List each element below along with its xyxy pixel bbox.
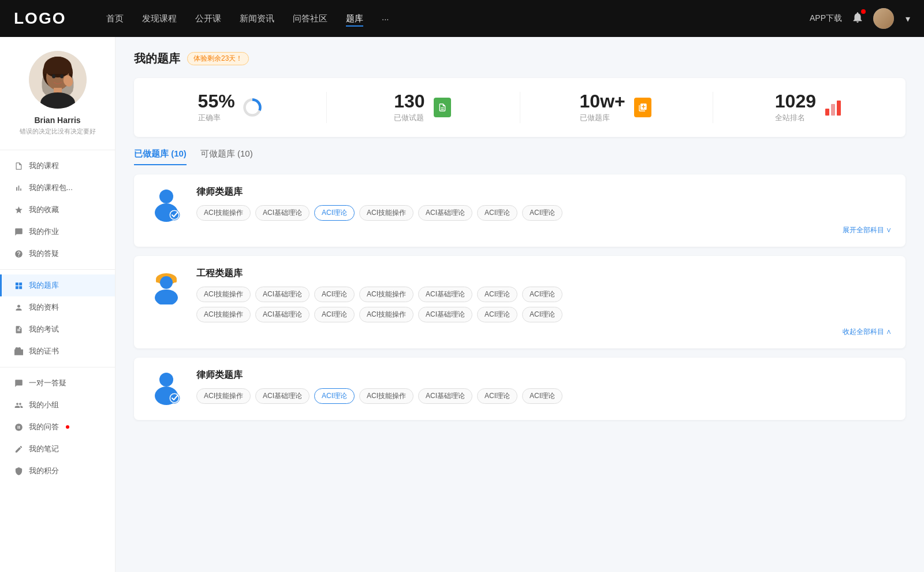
nav-link-courses[interactable]: 发现课程 bbox=[142, 11, 177, 27]
file-icon bbox=[14, 161, 23, 170]
bank-card-lawyer-1-title: 律师类题库 bbox=[196, 186, 892, 198]
tag-eng-9[interactable]: ACI理论 bbox=[314, 307, 355, 322]
tag-eng-13[interactable]: ACI理论 bbox=[522, 307, 562, 322]
stat-questions-label: 已做试题 bbox=[394, 113, 424, 123]
tag-lawyer1-5[interactable]: ACI理论 bbox=[477, 205, 517, 221]
tag-eng-4[interactable]: ACI基础理论 bbox=[418, 287, 472, 302]
lawyer-icon-2 bbox=[148, 369, 185, 406]
sidebar-label-homework: 我的作业 bbox=[29, 226, 59, 237]
sidebar-label-notes: 我的笔记 bbox=[29, 444, 59, 454]
trial-badge: 体验剩余23天！ bbox=[187, 52, 249, 65]
stat-accuracy-text: 55% 正确率 bbox=[198, 92, 235, 123]
page-header: 我的题库 体验剩余23天！ bbox=[134, 51, 906, 66]
tag-eng-12[interactable]: ACI理论 bbox=[477, 307, 517, 322]
sidebar-label-myqa: 我的问答 bbox=[29, 422, 59, 432]
sidebar-item-points[interactable]: 我的积分 bbox=[0, 460, 115, 482]
sidebar-divider-1 bbox=[0, 269, 115, 270]
avatar-image bbox=[873, 8, 894, 29]
tag-eng-3[interactable]: ACI技能操作 bbox=[359, 287, 413, 302]
tag-lawyer2-6[interactable]: ACI理论 bbox=[522, 388, 562, 404]
tag-eng-11[interactable]: ACI基础理论 bbox=[418, 307, 472, 322]
tag-eng-8[interactable]: ACI基础理论 bbox=[255, 307, 310, 322]
tag-lawyer1-6[interactable]: ACI理论 bbox=[522, 205, 562, 221]
green-doc-icon bbox=[432, 97, 453, 118]
qa-icon bbox=[14, 422, 23, 432]
tag-eng-10[interactable]: ACI技能操作 bbox=[359, 307, 413, 322]
page-layout: Brian Harris 错误的决定比没有决定要好 我的课程 我的课程包... bbox=[0, 37, 924, 572]
sidebar-item-homework[interactable]: 我的作业 bbox=[0, 221, 115, 243]
avatar-illustration bbox=[29, 51, 87, 109]
nav-bell-button[interactable] bbox=[851, 11, 864, 26]
nav-app-download[interactable]: APP下载 bbox=[810, 13, 842, 24]
svg-point-21 bbox=[155, 289, 178, 304]
tag-lawyer2-0[interactable]: ACI技能操作 bbox=[196, 388, 251, 404]
bank-card-engineer-body: 工程类题库 ACI技能操作 ACI基础理论 ACI理论 ACI技能操作 ACI基… bbox=[196, 268, 892, 337]
nav-link-open[interactable]: 公开课 bbox=[195, 11, 221, 27]
tag-eng-6[interactable]: ACI理论 bbox=[522, 287, 562, 302]
collapse-link-engineer[interactable]: 收起全部科目 ∧ bbox=[196, 327, 892, 337]
profile-motto: 错误的决定比没有决定要好 bbox=[20, 127, 96, 136]
bank-card-lawyer-2-title: 律师类题库 bbox=[196, 369, 892, 381]
sidebar-item-courses[interactable]: 我的课程 bbox=[0, 155, 115, 177]
sidebar-label-oneone: 一对一答疑 bbox=[29, 378, 66, 388]
nav-link-qa[interactable]: 问答社区 bbox=[293, 11, 327, 27]
svg-point-7 bbox=[60, 75, 64, 79]
nav-right: APP下载 ▾ bbox=[810, 8, 910, 29]
stat-rank: 1029 全站排名 bbox=[713, 92, 906, 123]
tag-lawyer2-5[interactable]: ACI理论 bbox=[477, 388, 517, 404]
tag-eng-5[interactable]: ACI理论 bbox=[477, 287, 517, 302]
tab-todo[interactable]: 可做题库 (10) bbox=[200, 148, 253, 165]
expand-link-lawyer-1[interactable]: 展开全部科目 ∨ bbox=[196, 225, 892, 235]
stat-rank-label: 全站排名 bbox=[775, 113, 816, 123]
tab-done[interactable]: 已做题库 (10) bbox=[134, 148, 187, 165]
tag-lawyer1-1[interactable]: ACI基础理论 bbox=[255, 205, 310, 221]
tag-lawyer1-2[interactable]: ACI理论 bbox=[314, 205, 355, 221]
tag-eng-1[interactable]: ACI基础理论 bbox=[255, 287, 310, 302]
sidebar-item-cert[interactable]: 我的证书 bbox=[0, 340, 115, 362]
stats-row: 55% 正确率 130 已做试题 bbox=[134, 78, 906, 137]
sidebar-item-exam[interactable]: 我的考试 bbox=[0, 318, 115, 340]
sidebar-label-course-pack: 我的课程包... bbox=[29, 183, 73, 193]
sidebar-item-myqa[interactable]: 我的问答 bbox=[0, 416, 115, 438]
tag-lawyer2-1[interactable]: ACI基础理论 bbox=[255, 388, 310, 404]
bank-card-lawyer-1-body: 律师类题库 ACI技能操作 ACI基础理论 ACI理论 ACI技能操作 ACI基… bbox=[196, 186, 892, 235]
sidebar-item-bank[interactable]: 我的题库 bbox=[0, 274, 115, 296]
sidebar-item-notes[interactable]: 我的笔记 bbox=[0, 438, 115, 460]
tag-lawyer1-4[interactable]: ACI基础理论 bbox=[418, 205, 472, 221]
sidebar-item-oneone[interactable]: 一对一答疑 bbox=[0, 372, 115, 394]
tag-eng-7[interactable]: ACI技能操作 bbox=[196, 307, 251, 322]
bank-card-engineer-tags-row2: ACI技能操作 ACI基础理论 ACI理论 ACI技能操作 ACI基础理论 AC… bbox=[196, 307, 892, 322]
nav-avatar[interactable] bbox=[873, 8, 894, 29]
nav-chevron-icon[interactable]: ▾ bbox=[906, 13, 910, 24]
cert-icon bbox=[14, 347, 23, 356]
bar-chart-icon bbox=[823, 97, 844, 118]
sidebar: Brian Harris 错误的决定比没有决定要好 我的课程 我的课程包... bbox=[0, 37, 116, 572]
svg-point-22 bbox=[159, 373, 173, 387]
tag-lawyer2-3[interactable]: ACI技能操作 bbox=[359, 388, 413, 404]
tabs-row: 已做题库 (10) 可做题库 (10) bbox=[134, 148, 906, 165]
tag-eng-0[interactable]: ACI技能操作 bbox=[196, 287, 251, 302]
nav-link-news[interactable]: 新闻资讯 bbox=[240, 11, 274, 27]
lawyer-icon bbox=[148, 186, 185, 223]
tag-lawyer1-3[interactable]: ACI技能操作 bbox=[359, 205, 413, 221]
sidebar-label-group: 我的小组 bbox=[29, 400, 59, 410]
sidebar-label-courses: 我的课程 bbox=[29, 161, 59, 171]
sidebar-item-course-pack[interactable]: 我的课程包... bbox=[0, 177, 115, 199]
page-title: 我的题库 bbox=[134, 51, 180, 66]
sidebar-item-profile[interactable]: 我的资料 bbox=[0, 296, 115, 318]
sidebar-label-points: 我的积分 bbox=[29, 466, 59, 476]
sidebar-item-qa[interactable]: 我的答疑 bbox=[0, 243, 115, 265]
nav-link-home[interactable]: 首页 bbox=[106, 11, 124, 27]
nav-link-bank[interactable]: 题库 bbox=[346, 11, 363, 27]
tag-lawyer1-0[interactable]: ACI技能操作 bbox=[196, 205, 251, 221]
sidebar-item-favorites[interactable]: 我的收藏 bbox=[0, 199, 115, 221]
nav-link-more[interactable]: ··· bbox=[382, 12, 389, 26]
points-icon bbox=[14, 466, 23, 476]
tag-lawyer2-2[interactable]: ACI理论 bbox=[314, 388, 355, 404]
chat-icon bbox=[14, 378, 23, 388]
bank-card-lawyer-1-tags: ACI技能操作 ACI基础理论 ACI理论 ACI技能操作 ACI基础理论 AC… bbox=[196, 205, 892, 221]
sidebar-item-group[interactable]: 我的小组 bbox=[0, 394, 115, 416]
star-icon bbox=[14, 205, 23, 214]
tag-eng-2[interactable]: ACI理论 bbox=[314, 287, 355, 302]
tag-lawyer2-4[interactable]: ACI基础理论 bbox=[418, 388, 472, 404]
